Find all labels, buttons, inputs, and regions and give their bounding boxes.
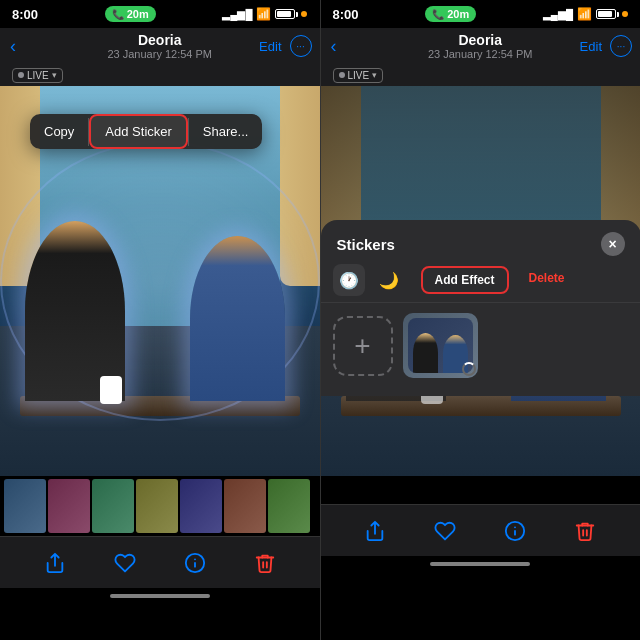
- left-more-button[interactable]: ···: [290, 35, 312, 57]
- left-thumb-4-img: [136, 479, 178, 533]
- right-home-indicator: [321, 556, 641, 572]
- right-status-center: 📞 20m: [425, 6, 476, 22]
- stickers-item-1[interactable]: [403, 313, 478, 378]
- right-wifi-icon: 📶: [577, 7, 592, 21]
- left-heart-button[interactable]: [114, 552, 136, 574]
- stickers-action-buttons: Add Effect Delete: [421, 266, 577, 294]
- left-thumb-2-img: [48, 479, 90, 533]
- right-share-toolbar-button[interactable]: [364, 520, 386, 542]
- left-live-chevron: ▾: [52, 70, 57, 80]
- left-thumb-3[interactable]: [92, 479, 134, 533]
- left-thumb-7[interactable]: [268, 479, 310, 533]
- right-thumb-strip: [321, 476, 641, 504]
- left-live-label: LIVE: [27, 70, 49, 81]
- stickers-emoji-tab[interactable]: 🌙: [373, 264, 405, 296]
- right-info-button[interactable]: [504, 520, 526, 542]
- left-status-center: 📞 20m: [105, 6, 156, 22]
- right-edit-button[interactable]: Edit: [580, 39, 602, 54]
- right-nav-bar: ‹ Deoria 23 January 12:54 PM Edit ···: [321, 28, 641, 64]
- right-info-icon: [504, 520, 526, 542]
- left-thumb-4[interactable]: [136, 479, 178, 533]
- left-edit-button[interactable]: Edit: [259, 39, 281, 54]
- stickers-add-icon: +: [354, 330, 370, 362]
- left-heart-icon: [114, 552, 136, 574]
- stickers-title: Stickers: [337, 236, 395, 253]
- stickers-close-icon: ×: [608, 236, 616, 252]
- left-thumb-5[interactable]: [180, 479, 222, 533]
- left-thumb-2[interactable]: [48, 479, 90, 533]
- left-live-badge[interactable]: LIVE ▾: [12, 68, 63, 83]
- left-live-dot: [18, 72, 24, 78]
- left-person-left: [25, 221, 125, 401]
- left-photo-area[interactable]: Copy Add Sticker Share...: [0, 86, 320, 476]
- left-nav-bar: ‹ Deoria 23 January 12:54 PM Edit ···: [0, 28, 320, 64]
- right-heart-button[interactable]: [434, 520, 456, 542]
- left-info-button[interactable]: [184, 552, 206, 574]
- left-nav-subtitle: 23 January 12:54 PM: [107, 48, 212, 60]
- left-thumb-3-img: [92, 479, 134, 533]
- right-bottom-toolbar: [321, 504, 641, 556]
- right-photo-area[interactable]: Stickers × 🕐 🌙 Add Effect Delete: [321, 86, 641, 476]
- right-back-button[interactable]: ‹: [331, 36, 337, 57]
- stickers-delete-button[interactable]: Delete: [517, 266, 577, 294]
- right-call-duration: 20m: [447, 8, 469, 20]
- right-back-chevron: ‹: [331, 36, 337, 57]
- stickers-add-effect-button[interactable]: Add Effect: [421, 266, 509, 294]
- right-more-button[interactable]: ···: [610, 35, 632, 57]
- right-live-chevron: ▾: [372, 70, 377, 80]
- left-phone-icon: 📞: [112, 9, 124, 20]
- sticker-preview-person1: [413, 333, 438, 373]
- left-status-bar: 8:00 📞 20m ▂▄▆█ 📶: [0, 0, 320, 28]
- left-battery: [275, 9, 295, 19]
- stickers-close-button[interactable]: ×: [601, 232, 625, 256]
- left-person-right: [190, 236, 285, 401]
- right-signal-icon: ▂▄▆█: [543, 9, 573, 20]
- right-battery-tip: [617, 12, 619, 17]
- stickers-add-new-button[interactable]: +: [333, 316, 393, 376]
- stickers-item-1-progress: [462, 362, 476, 376]
- left-context-menu: Copy Add Sticker Share...: [30, 114, 262, 149]
- right-battery-fill: [598, 11, 612, 17]
- left-back-button[interactable]: ‹: [10, 36, 16, 57]
- right-status-bar: 8:00 📞 20m ▂▄▆█ 📶: [321, 0, 641, 28]
- left-thumb-7-img: [268, 479, 310, 533]
- right-home-bar: [430, 562, 530, 566]
- stickers-recents-icon: 🕐: [339, 271, 359, 290]
- right-nav-title: Deoria: [428, 32, 533, 48]
- stickers-tabs-row: 🕐 🌙 Add Effect Delete: [321, 264, 641, 303]
- right-panel: 8:00 📞 20m ▂▄▆█ 📶 ‹ Deoria 23 January 12…: [321, 0, 641, 640]
- left-delete-button[interactable]: [254, 552, 276, 574]
- left-panel: 8:00 📞 20m ▂▄▆█ 📶 ‹ Deoria 23 January 12…: [0, 0, 320, 640]
- left-thumb-strip: [0, 476, 320, 536]
- left-time: 8:00: [12, 7, 38, 22]
- right-nav-subtitle: 23 January 12:54 PM: [428, 48, 533, 60]
- left-battery-dot: [301, 11, 307, 17]
- left-battery-tip: [296, 12, 298, 17]
- left-thumb-6[interactable]: [224, 479, 266, 533]
- right-live-badge[interactable]: LIVE ▾: [333, 68, 384, 83]
- left-add-sticker-button[interactable]: Add Sticker: [89, 114, 187, 149]
- stickers-header: Stickers ×: [321, 220, 641, 264]
- right-share-icon: [364, 520, 386, 542]
- left-signal-icon: ▂▄▆█: [222, 9, 252, 20]
- left-thumb-1[interactable]: [4, 479, 46, 533]
- left-call-pill: 📞 20m: [105, 6, 156, 22]
- right-time: 8:00: [333, 7, 359, 22]
- right-battery: [596, 9, 616, 19]
- right-more-icon: ···: [617, 41, 625, 52]
- right-nav-title-block: Deoria 23 January 12:54 PM: [428, 32, 533, 60]
- stickers-emoji-icon: 🌙: [379, 271, 399, 290]
- left-share-toolbar-button[interactable]: [44, 552, 66, 574]
- stickers-grid: +: [321, 303, 641, 388]
- left-copy-button[interactable]: Copy: [30, 116, 88, 147]
- left-thumb-6-img: [224, 479, 266, 533]
- left-battery-fill: [277, 11, 291, 17]
- left-bottom-toolbar: [0, 536, 320, 588]
- right-delete-button[interactable]: [574, 520, 596, 542]
- stickers-recents-tab[interactable]: 🕐: [333, 264, 365, 296]
- left-share-button[interactable]: Share...: [189, 116, 263, 147]
- left-wifi-icon: 📶: [256, 7, 271, 21]
- left-thumb-1-img: [4, 479, 46, 533]
- left-more-icon: ···: [296, 41, 304, 52]
- left-thumb-5-img: [180, 479, 222, 533]
